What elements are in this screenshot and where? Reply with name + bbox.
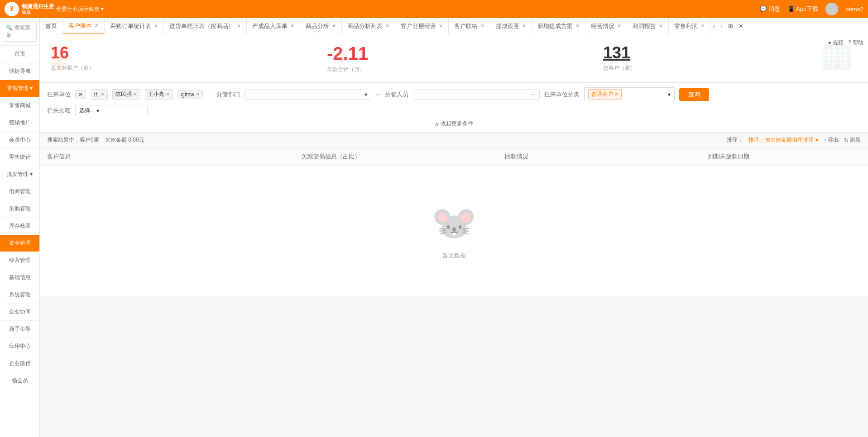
col-header-repay: 回款情况	[505, 152, 708, 161]
filter-label-category: 往来单位分类	[544, 90, 580, 99]
top-bar-right: 💬 消息 📱 App下载 demo2	[760, 3, 863, 15]
sidebar-item-purchase[interactable]: 采购管理	[0, 200, 39, 218]
sidebar-item-retail-mgmt[interactable]: 零售管理 ▾	[0, 80, 39, 97]
filter-tag-unit-2: 陈民强 ✕	[112, 89, 140, 100]
tab-improve-settings[interactable]: 提成设置 ✕	[490, 18, 532, 34]
account-dropdown[interactable]: 母婴行业演示账套 ▾	[56, 5, 104, 13]
sidebar-item-app-center[interactable]: 应用中心	[0, 338, 39, 355]
collapse-row: ∧ 收起更多条件	[47, 120, 861, 128]
stat-value-total-customers: 131	[603, 43, 630, 62]
tab-inbound-stats[interactable]: 进货单统计表（按商品） ✕	[164, 18, 247, 34]
filter-dept-ellipsis[interactable]: ···	[376, 91, 380, 98]
sort-select[interactable]: 排序：按欠款金额倒序排序 ▾	[748, 136, 818, 144]
tab-product-analysis-list[interactable]: 商品分析列表 ✕	[342, 18, 395, 34]
tab-retail-profit[interactable]: 零售利润 ✕	[669, 18, 710, 34]
sidebar-item-wholesale-mgmt[interactable]: 批发管理 ▾	[0, 166, 39, 183]
sidebar-item-retail-mall[interactable]: 零售商城	[0, 97, 39, 114]
tab-product-inbound[interactable]: 产成品入库单 ✕	[247, 18, 300, 34]
data-table: 客户信息 欠款交易信息（占比） 回款情况 到期未放款日期 🐭 暂无数据	[40, 148, 868, 296]
filter-balance-input[interactable]: 选择... ▾	[75, 105, 148, 116]
tab-close-purchase-orders[interactable]: ✕	[154, 23, 158, 29]
video-btn[interactable]: ● 视频	[828, 39, 844, 47]
tab-close-product-analysis-list[interactable]: ✕	[385, 23, 389, 29]
sidebar-item-enterprise[interactable]: 企业协同	[0, 304, 39, 321]
results-bar-right: 排序： 排序：按欠款金额倒序排序 ▾ ↑ 导出 ↻ 刷新	[727, 136, 861, 144]
sidebar-item-finance[interactable]: 资金管理	[0, 235, 39, 252]
tab-nav-left[interactable]: ‹	[710, 18, 718, 34]
sidebar-item-new-guide[interactable]: 新手引导	[0, 321, 39, 338]
sidebar-item-home[interactable]: 首页	[0, 46, 39, 63]
filter-dept-select[interactable]: ▾	[245, 90, 371, 100]
message-btn[interactable]: 💬 消息	[760, 5, 781, 13]
tab-close-new-improve[interactable]: ✕	[575, 23, 580, 29]
stat-card-credit-amount: ✦ -2.11 欠款合计（万）	[316, 34, 592, 82]
filter-label-person: 分管人员	[385, 90, 408, 99]
tab-close-inbound-stats[interactable]: ✕	[237, 23, 241, 29]
filter-category-select[interactable]: 普通客户 ✕ ▾	[584, 87, 675, 101]
sidebar-item-marketing[interactable]: 营销推广	[0, 114, 39, 132]
tab-operation-status[interactable]: 经营情况 ✕	[585, 18, 627, 34]
collapse-filters-btn[interactable]: ∧ 收起更多条件	[435, 120, 473, 128]
tab-close-operation-status[interactable]: ✕	[617, 23, 621, 29]
filter-label-balance: 往来余额	[47, 107, 71, 115]
stat-card-credit-customers: ¥ 16 总欠款客户（家）	[40, 34, 316, 82]
sidebar-item-inventory[interactable]: 库存核算	[0, 218, 39, 235]
tab-close-profit-report[interactable]: ✕	[659, 23, 663, 29]
tab-home[interactable]: 首页	[40, 18, 63, 34]
sidebar-search-area: 🔍 搜索菜单	[0, 18, 39, 46]
sidebar-item-member-center[interactable]: 会员中心	[0, 132, 39, 149]
tab-accounts-receivable[interactable]: 客户账本 ✕	[63, 18, 105, 34]
export-btn[interactable]: ↑ 导出	[824, 136, 839, 144]
sidebar-item-member-vip[interactable]: 畅会员	[0, 372, 39, 390]
app-container: ¥ 畅捷通好生意 标版 母婴行业演示账套 ▾ 💬 消息 📱 App下载 demo…	[0, 0, 868, 437]
tab-close-customer-contact[interactable]: ✕	[480, 23, 484, 29]
help-btn[interactable]: ? 帮助	[848, 39, 863, 47]
remove-category-tag[interactable]: ✕	[614, 91, 619, 97]
tab-customer-contact[interactable]: 客户联络 ✕	[449, 18, 490, 34]
query-button[interactable]: 查询	[679, 88, 709, 101]
tab-product-analysis[interactable]: 商品分析 ✕	[300, 18, 342, 34]
tab-nav-right[interactable]: ›	[718, 18, 725, 34]
sidebar-item-system-mgmt[interactable]: 系统管理	[0, 286, 39, 304]
tab-close-all-btn[interactable]: ✕	[736, 18, 746, 34]
remove-tag-3[interactable]: ✕	[166, 91, 170, 97]
filter-row-2: 往来余额 选择... ▾	[47, 105, 861, 116]
remove-tag-2[interactable]: ✕	[133, 91, 137, 97]
refresh-btn[interactable]: ↻ 刷新	[844, 136, 861, 144]
sidebar-item-operation[interactable]: 经营管理	[0, 252, 39, 269]
tab-new-improve[interactable]: 新增提成方案 ✕	[532, 18, 585, 34]
main-content: ¥ 16 总欠款客户（家） ✦ -2.11 欠款合计（万） 🏢 ● 视频 ? 帮…	[40, 34, 868, 437]
search-menu-button[interactable]: 🔍 搜索菜单	[3, 22, 37, 42]
sidebar-item-enterprise-wx[interactable]: 企业微信	[0, 355, 39, 372]
filter-person-select[interactable]: ···	[413, 90, 540, 100]
sort-label: 排序：	[727, 136, 743, 144]
filter-label-unit: 往来单位	[47, 90, 71, 99]
tab-purchase-orders[interactable]: 采购订单统计表 ✕	[105, 18, 164, 34]
tab-customer-segment[interactable]: 客户分层经营 ✕	[395, 18, 449, 34]
results-bar: 搜索结果中，客户0家 欠款金额 0.00元 排序： 排序：按欠款金额倒序排序 ▾…	[40, 133, 868, 148]
col-header-date: 到期未放款日期	[708, 152, 861, 161]
logo-text: 畅捷通好生意 标版	[22, 3, 54, 15]
remove-tag-4[interactable]: ✕	[196, 91, 200, 97]
tab-close-customer-segment[interactable]: ✕	[439, 23, 443, 29]
results-summary: 搜索结果中，客户0家 欠款金额 0.00元	[47, 136, 144, 144]
sidebar-item-basic-info[interactable]: 基础信息	[0, 269, 39, 286]
tab-profit-report[interactable]: 利润报告 ✕	[627, 18, 669, 34]
sidebar-item-retail-stats[interactable]: 零售统计	[0, 149, 39, 166]
tab-bar: 首页 客户账本 ✕ 采购订单统计表 ✕ 进货单统计表（按商品） ✕ 产成品入库单…	[40, 18, 868, 34]
user-avatar[interactable]	[825, 3, 838, 15]
tab-close-product-inbound[interactable]: ✕	[290, 23, 294, 29]
content-area: 首页 客户账本 ✕ 采购订单统计表 ✕ 进货单统计表（按商品） ✕ 产成品入库单…	[40, 18, 868, 437]
tab-close-improve-settings[interactable]: ✕	[522, 23, 526, 29]
sidebar-item-ecommerce[interactable]: 电商管理	[0, 183, 39, 200]
main-area: 🔍 搜索菜单 首页 快捷导航 零售管理 ▾ 零售商城 营销推广 会员中心 零售统…	[0, 18, 868, 437]
filter-more-tags-btn[interactable]: ...	[207, 91, 212, 98]
tab-close-accounts-receivable[interactable]: ✕	[95, 23, 99, 28]
app-download-btn[interactable]: 📱 App下载	[787, 5, 818, 13]
tab-close-product-analysis[interactable]: ✕	[332, 23, 336, 29]
remove-tag-1[interactable]: ✕	[101, 91, 105, 97]
tab-expand-btn[interactable]: ⊞	[725, 18, 736, 34]
user-name[interactable]: demo2	[845, 6, 863, 13]
tab-close-retail-profit[interactable]: ✕	[700, 23, 705, 29]
sidebar-item-quick-nav[interactable]: 快捷导航	[0, 63, 39, 80]
